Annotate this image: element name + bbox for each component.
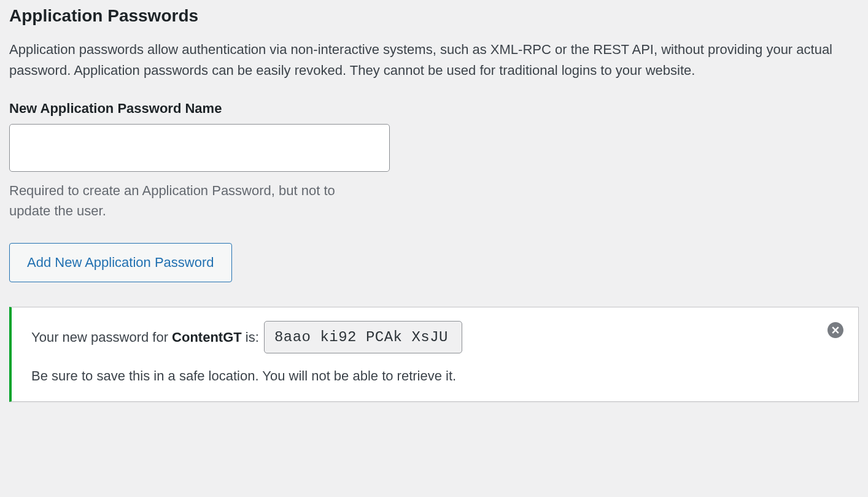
dismiss-notice-button[interactable] xyxy=(826,321,845,339)
password-name-help: Required to create an Application Passwo… xyxy=(9,180,378,221)
notice-app-name: ContentGT xyxy=(172,329,242,345)
notice-text: Your new password for ContentGT is: xyxy=(31,329,259,345)
password-name-label: New Application Password Name xyxy=(9,101,859,117)
notice-password-line: Your new password for ContentGT is: xyxy=(31,321,821,353)
close-icon xyxy=(827,322,843,338)
notice-warning-text: Be sure to save this in a safe location.… xyxy=(31,368,821,384)
new-password-notice: Your new password for ContentGT is: Be s… xyxy=(9,307,859,402)
section-heading: Application Passwords xyxy=(9,6,859,26)
notice-prefix: Your new password for xyxy=(31,329,172,345)
generated-password-field[interactable] xyxy=(264,321,462,353)
password-name-input[interactable] xyxy=(9,124,390,172)
add-new-application-password-button[interactable]: Add New Application Password xyxy=(9,243,232,282)
notice-suffix: is: xyxy=(242,329,259,345)
section-description: Application passwords allow authenticati… xyxy=(9,39,844,81)
